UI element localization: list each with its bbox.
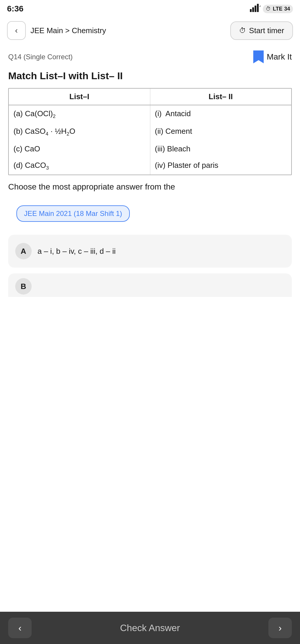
question-label: Q14 (Single Correct): [8, 53, 73, 61]
start-timer-button[interactable]: ⏱ Start timer: [230, 21, 293, 40]
svg-rect-2: [255, 6, 256, 12]
lte-label: LTE: [273, 6, 282, 12]
bottom-bar: ‹ Check Answer ›: [0, 612, 300, 644]
status-icons: 4G ⏱ LTE 34: [250, 4, 293, 14]
breadcrumb: JEE Main > Chemistry: [30, 26, 226, 35]
battery-level: 34: [284, 6, 290, 12]
back-button[interactable]: ‹: [7, 21, 26, 40]
status-bar: 6:36 4G ⏱ LTE 34: [0, 0, 300, 16]
bookmark-icon: [253, 50, 264, 63]
mark-it-label: Mark It: [267, 52, 292, 62]
back-icon: ‹: [15, 26, 18, 35]
cell-d-left: (d) CaCO3: [9, 157, 150, 175]
svg-text:4G: 4G: [260, 4, 260, 8]
cell-c-left: (c) CaO: [9, 141, 150, 157]
col2-header: List– II: [150, 89, 292, 105]
cell-c-right: (iii) Bleach: [150, 141, 292, 157]
options-container: A a – i, b – iv, c – iii, d – ii: [0, 229, 300, 273]
check-answer-label: Check Answer: [120, 623, 180, 633]
svg-rect-0: [250, 9, 252, 12]
cell-d-right: (iv) Plaster of paris: [150, 157, 292, 175]
option-a-badge: A: [15, 243, 32, 259]
status-time: 6:36: [7, 4, 23, 13]
table-row-c: (c) CaO (iii) Bleach: [9, 141, 291, 157]
cell-b-right: (ii) Cement: [150, 123, 292, 141]
signal-icon: 4G: [250, 4, 260, 14]
option-a-card[interactable]: A a – i, b – iv, c – iii, d – ii: [8, 235, 292, 268]
tag-badge[interactable]: JEE Main 2021 (18 Mar Shift 1): [16, 205, 130, 222]
table-row-a: (a) Ca(OCl)2 (i) Antacid: [9, 105, 291, 123]
cell-b-left: (b) CaSO4 · ½H2O: [9, 123, 150, 141]
svg-rect-1: [252, 7, 254, 12]
option-b-badge: B: [15, 278, 32, 295]
table-row-d: (d) CaCO3 (iv) Plaster of paris: [9, 157, 291, 175]
table-row-b: (b) CaSO4 · ½H2O (ii) Cement: [9, 123, 291, 141]
question-text-below: Choose the most appropriate answer from …: [0, 175, 300, 195]
table-header-row: List–I List– II: [9, 89, 291, 105]
option-b-card-partial[interactable]: B: [8, 273, 292, 297]
match-table: List–I List– II (a) Ca(OCl)2 (i) Antacid…: [8, 88, 292, 175]
mark-it-button[interactable]: Mark It: [253, 50, 292, 63]
svg-rect-3: [257, 4, 259, 12]
battery-container: ⏱ LTE 34: [263, 5, 293, 13]
header-nav: ‹ JEE Main > Chemistry ⏱ Start timer: [0, 16, 300, 45]
timer-icon: ⏱: [239, 26, 246, 35]
question-title: Match List–I with List– II: [0, 67, 300, 88]
start-timer-label: Start timer: [249, 26, 284, 35]
next-button[interactable]: ›: [268, 618, 292, 638]
option-a-text: a – i, b – iv, c – iii, d – ii: [38, 246, 116, 256]
prev-icon: ‹: [18, 623, 22, 633]
question-header: Q14 (Single Correct) Mark It: [0, 45, 300, 67]
prev-button[interactable]: ‹: [8, 618, 32, 638]
col1-header: List–I: [9, 89, 150, 105]
next-icon: ›: [279, 623, 282, 633]
clock-icon: ⏱: [266, 6, 271, 12]
cell-a-right: (i) Antacid: [150, 105, 292, 123]
cell-a-left: (a) Ca(OCl)2: [9, 105, 150, 123]
